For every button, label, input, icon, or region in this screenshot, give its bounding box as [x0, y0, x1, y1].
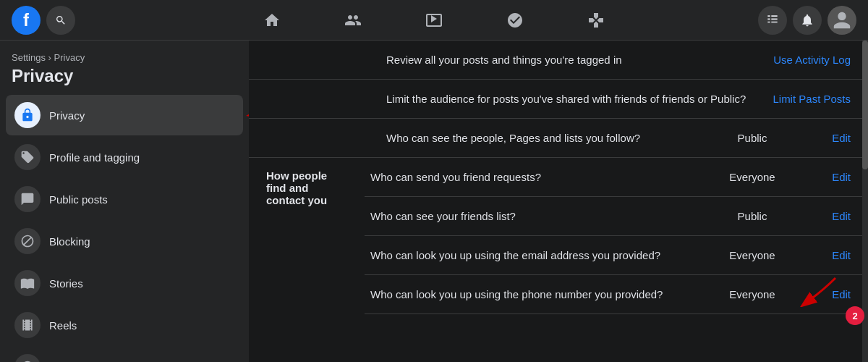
friend-requests-edit[interactable]: Edit [793, 171, 851, 183]
notifications-button[interactable] [793, 6, 822, 35]
limit-past-posts-question: Limit the audience for posts you've shar… [386, 91, 761, 106]
activity-log-row: Review all your posts and things you're … [249, 41, 868, 80]
activity-log-question: Review all your posts and things you're … [386, 52, 762, 67]
nav-groups-button[interactable] [475, 3, 556, 38]
content-panel: Review all your posts and things you're … [249, 41, 868, 362]
follow-visibility-value: Public [723, 132, 781, 144]
public-posts-icon [14, 186, 41, 212]
sidebar: Settings › Privacy Privacy Privacy 1 [0, 41, 249, 362]
friend-requests-row: Who can send you friend requests? Everyo… [365, 158, 868, 197]
follow-visibility-question: Who can see the people, Pages and lists … [386, 130, 712, 146]
friends-list-row: Who can see your friends list? Public Ed… [365, 197, 868, 236]
stories-icon [14, 270, 41, 296]
sidebar-item-reaction-prefs[interactable]: Reaction preferences [6, 347, 243, 362]
arrow-annotation-1 [236, 97, 249, 133]
limit-past-posts-action[interactable]: Limit Past Posts [773, 93, 851, 105]
scrollbar-thumb[interactable] [862, 41, 868, 169]
facebook-logo[interactable]: f [12, 6, 41, 35]
sidebar-label-profile-tagging: Profile and tagging [49, 151, 140, 164]
breadcrumb: Settings › Privacy [6, 52, 243, 63]
friend-requests-value: Everyone [723, 171, 781, 183]
sidebar-item-profile-tagging[interactable]: Profile and tagging [6, 137, 243, 177]
sidebar-label-stories: Stories [49, 277, 83, 290]
activity-log-action[interactable]: Use Activity Log [773, 54, 851, 66]
follow-visibility-row: Who can see the people, Pages and lists … [249, 119, 868, 158]
nav-right [758, 6, 856, 35]
sidebar-item-public-posts[interactable]: Public posts [6, 179, 243, 219]
sidebar-item-stories[interactable]: Stories [6, 263, 243, 303]
sidebar-item-blocking[interactable]: Blocking [6, 221, 243, 261]
reaction-prefs-icon [14, 354, 41, 362]
friends-list-edit[interactable]: Edit [793, 210, 851, 222]
friends-list-value: Public [723, 210, 781, 222]
sidebar-item-privacy[interactable]: Privacy 1 [6, 95, 243, 135]
phone-lookup-edit[interactable]: Edit [793, 288, 851, 300]
nav-gaming-button[interactable] [556, 3, 637, 38]
nav-watch-button[interactable] [393, 3, 475, 38]
find-contact-label: How people find and contact you [249, 158, 365, 314]
nav-home-button[interactable] [231, 3, 312, 38]
apps-button[interactable] [758, 6, 787, 35]
nav-friends-button[interactable] [312, 3, 393, 38]
limit-past-posts-row: Limit the audience for posts you've shar… [249, 80, 868, 119]
nav-left: f [12, 6, 75, 35]
sidebar-label-public-posts: Public posts [49, 193, 108, 206]
phone-lookup-question: Who can look you up using the phone numb… [370, 287, 712, 302]
main-area: Settings › Privacy Privacy Privacy 1 [0, 41, 868, 362]
top-navigation: f [0, 0, 868, 41]
blocking-icon [14, 228, 41, 254]
email-lookup-value: Everyone [723, 249, 781, 261]
friend-requests-question: Who can send you friend requests? [370, 169, 712, 185]
email-lookup-edit[interactable]: Edit [793, 249, 851, 261]
friends-list-question: Who can see your friends list? [370, 209, 712, 224]
reels-icon [14, 312, 41, 338]
privacy-icon [14, 102, 41, 128]
email-lookup-row: Who can look you up using the email addr… [365, 236, 868, 275]
search-button[interactable] [46, 6, 75, 35]
find-contact-section: How people find and contact you Who can … [249, 158, 868, 314]
user-avatar[interactable] [827, 6, 856, 35]
email-lookup-question: Who can look you up using the email addr… [370, 248, 712, 263]
sidebar-label-reels: Reels [49, 319, 77, 332]
scrollbar-track[interactable] [862, 41, 868, 362]
follow-visibility-edit[interactable]: Edit [793, 132, 851, 144]
sidebar-label-blocking: Blocking [49, 235, 90, 248]
find-contact-rows: Who can send you friend requests? Everyo… [365, 158, 868, 314]
profile-tagging-icon [14, 144, 41, 170]
page-title: Privacy [6, 66, 243, 86]
nav-center [231, 3, 637, 38]
sidebar-label-privacy: Privacy [49, 109, 85, 122]
phone-lookup-value: Everyone [723, 288, 781, 300]
sidebar-item-reels[interactable]: Reels [6, 305, 243, 345]
phone-lookup-row: Who can look you up using the phone numb… [365, 275, 868, 314]
